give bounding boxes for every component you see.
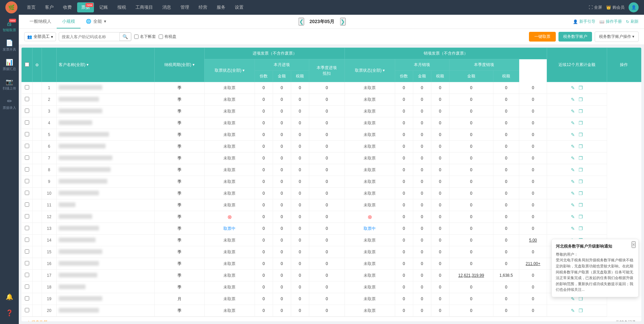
row-client-name[interactable] [56,141,154,152]
tab-small-scale[interactable]: 小规模 [57,15,80,28]
nav-settings[interactable]: 设置 [231,2,248,12]
edit-btn[interactable]: ✎ [570,120,576,126]
row-checkbox[interactable] [25,85,29,89]
copy-btn[interactable]: ❐ [577,213,584,220]
row-checkbox[interactable] [25,273,29,277]
nav-tax[interactable]: 报税 [113,2,130,12]
tax-policy-link[interactable]: ⚠ 税务政策 [27,320,48,321]
row-client-name[interactable] [56,235,154,246]
copy-btn[interactable]: ❐ [577,307,584,314]
sidebar-item-smart-fetch[interactable]: 🖨 智能取票 new [0,17,19,35]
row-client-name[interactable] [56,211,154,223]
row-checkbox[interactable] [25,249,29,254]
filter-tax-disk-checkbox[interactable]: 有税盘 [159,34,176,40]
edit-btn[interactable]: ✎ [570,213,576,220]
edit-btn[interactable]: ✎ [570,167,576,173]
row-client-name[interactable] [56,188,154,199]
row-client-name[interactable] [56,117,154,129]
copy-btn[interactable]: ❐ [577,155,584,161]
user-avatar[interactable]: 👤 [629,2,639,12]
tab-general-taxpayer[interactable]: 一般纳税人 [24,15,57,28]
nav-commerce[interactable]: 工商项目 [131,2,157,12]
row-checkbox[interactable] [25,144,29,148]
notification-close-btn[interactable]: × [632,241,636,248]
edit-btn[interactable]: ✎ [570,96,576,103]
edit-btn[interactable]: ✎ [570,225,576,232]
row-client-name[interactable] [56,258,154,270]
filter-account-checkbox[interactable]: 名下帐套 [134,34,156,40]
row-client-name[interactable] [56,106,154,117]
member-btn[interactable]: 👑 购会员 [606,5,625,10]
copy-btn[interactable]: ❐ [577,202,584,208]
row-client-name[interactable] [56,129,154,141]
manual-link[interactable]: 📖 操作手册 [599,19,622,24]
row-client-name[interactable] [56,281,154,293]
edit-btn[interactable]: ✎ [570,202,576,208]
edit-btn[interactable]: ✎ [570,155,576,161]
copy-btn[interactable]: ❐ [577,131,584,138]
copy-btn[interactable]: ❐ [577,108,584,115]
edit-btn[interactable]: ✎ [570,131,576,138]
edit-btn[interactable]: ✎ [570,190,576,197]
row-client-name[interactable] [56,305,154,317]
row-checkbox[interactable] [25,179,29,183]
th-out-fetch-status[interactable]: 取票状态(全部) ▾ [345,59,395,82]
digital-account-btn[interactable]: 税务数字账户 [558,32,592,42]
row-client-name[interactable] [56,223,154,235]
row-checkbox[interactable] [25,167,29,172]
row-checkbox[interactable] [25,284,29,289]
search-button[interactable]: 🔍 [119,33,131,41]
next-month-btn[interactable]: ❯ [340,18,345,25]
prev-month-btn[interactable]: ❮ [299,18,304,25]
cumulative-val[interactable]: 211.00+ [526,261,540,266]
staff-select[interactable]: 👥 全部员工 ▾ [24,32,56,41]
select-all-checkbox[interactable] [25,62,29,67]
nav-service[interactable]: 服务 [213,2,229,12]
cumulative-val[interactable]: 5.00 [529,238,537,243]
account-checkbox[interactable] [134,35,139,39]
one-click-fetch-btn[interactable]: 一键取票 [529,32,556,42]
row-client-name[interactable] [56,199,154,211]
nav-fee[interactable]: 收费 [59,2,76,12]
row-checkbox[interactable] [25,191,29,195]
row-checkbox[interactable] [25,308,29,312]
tab-all-in[interactable]: 🌐 全能 ▾ [80,15,112,28]
copy-btn[interactable]: ❐ [577,120,584,126]
sidebar-item-notification[interactable]: 🔔 [4,290,14,304]
row-checkbox[interactable] [25,296,29,301]
digital-account-op-btn[interactable]: 税务数字账户操作 ▾ [595,31,639,42]
edit-btn[interactable]: ✎ [570,307,576,314]
row-checkbox[interactable] [25,97,29,101]
sidebar-item-help[interactable]: ❓ [4,307,14,320]
row-checkbox[interactable] [25,261,29,265]
row-checkbox[interactable] [25,238,29,242]
nav-messages[interactable]: 消息 [158,2,175,12]
row-checkbox[interactable] [25,226,29,230]
th-tax-period[interactable]: 纳税周期(全部) ▾ [154,48,204,82]
row-client-name[interactable] [56,94,154,106]
tax-disk-checkbox[interactable] [159,35,163,39]
row-client-name[interactable] [56,176,154,188]
copy-btn[interactable]: ❐ [577,225,584,232]
search-input[interactable] [59,33,119,41]
deduct-amount-val[interactable]: 12,621,319.99 [458,273,484,278]
nav-manage[interactable]: 管理 [176,2,193,12]
copy-btn[interactable]: ❐ [577,190,584,197]
sidebar-item-summary[interactable]: 📊 票据汇总 [0,56,19,74]
app-logo[interactable]: 🌿 [5,1,17,13]
sidebar-item-scan[interactable]: 📷 扫描上传 [0,75,19,93]
copy-btn[interactable]: ❐ [577,178,584,185]
row-client-name[interactable] [56,246,154,258]
edit-btn[interactable]: ✎ [570,84,576,91]
row-checkbox[interactable] [25,120,29,125]
row-checkbox[interactable] [25,202,29,207]
th-settings[interactable]: ⚙ [33,48,42,82]
copy-btn[interactable]: ❐ [577,84,584,91]
row-client-name[interactable] [56,270,154,281]
fullscreen-btn[interactable]: ⛶ 全屏 [589,5,602,10]
th-client-name[interactable]: 客户名称(全部) ▾ [56,48,154,82]
row-checkbox[interactable] [25,109,29,113]
edit-btn[interactable]: ✎ [570,143,576,150]
refresh-link[interactable]: ↻ 刷新 [626,19,639,24]
nav-invoice[interactable]: 票据 new [77,2,94,12]
